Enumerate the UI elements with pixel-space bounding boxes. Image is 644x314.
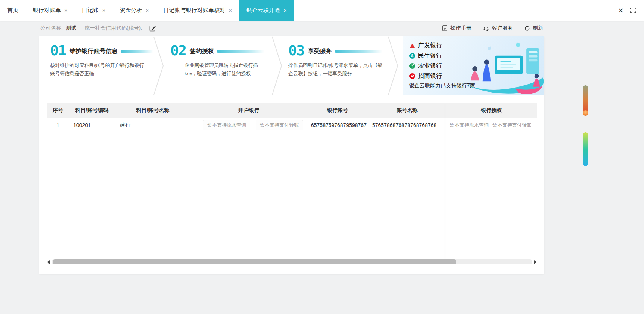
refresh-icon [524, 25, 530, 32]
minsheng-bank-icon: $ [409, 53, 415, 59]
agricultural-bank-icon [409, 63, 415, 69]
company-name-label: 公司名称: [40, 25, 63, 32]
tabbar-window-controls: × [611, 0, 644, 21]
chevron-separator-icon [388, 36, 399, 95]
tab-close-icon[interactable]: × [64, 8, 68, 13]
company-info: 公司名称: 测试 统一社会信用代码(税号): [40, 24, 156, 32]
guangfa-bank-icon [409, 42, 415, 49]
cmb-bank-icon [409, 73, 415, 79]
fullscreen-icon[interactable] [630, 7, 636, 14]
title-underline-swoosh [335, 50, 382, 53]
cell-index: 1 [47, 122, 69, 128]
tab-close-icon[interactable]: × [146, 8, 149, 13]
table-row[interactable]: 1 100201 建行 暂不支持流水查询 暂不支持支付转账 6575875976… [47, 118, 537, 133]
horizontal-scrollbar[interactable] [47, 259, 537, 265]
bank-item-agricultural: 农业银行 [409, 61, 442, 71]
step-number: 02 [170, 44, 186, 57]
scrollbar-thumb[interactable] [53, 259, 456, 264]
cell-bank-auth: 暂不支持流水查询 暂不支持支付转账 [446, 122, 537, 129]
col-header-bank-auth: 银行授权 [446, 107, 537, 114]
gradient-indicator-teal [583, 132, 588, 166]
col-header-account-code: 科目/账号编码 [69, 107, 115, 114]
svg-text:$: $ [411, 54, 414, 58]
page-toolbar: 公司名称: 测试 统一社会信用代码(税号): 操作手册 [0, 21, 644, 36]
document-icon [442, 25, 448, 32]
manual-label: 操作手册 [450, 25, 471, 32]
auth-status-flow: 暂不支持流水查询 [450, 122, 489, 129]
edit-icon[interactable] [149, 24, 156, 32]
manual-button[interactable]: 操作手册 [442, 25, 471, 32]
gradient-indicator-orange [583, 85, 588, 112]
step-description: 操作员回到日记账/账号流水菜单，点击【银企云联】按钮，一键享受服务 [288, 61, 384, 78]
bank-item-minsheng: $ 民生银行 [409, 51, 442, 61]
step-title: 维护银行账号信息 [70, 48, 118, 54]
step-sign-authorize: 02 签约授权 企业网银管理员跳转去指定银行插key，验证密码，进行签约授权 [170, 44, 268, 78]
company-name-value: 测试 [66, 25, 76, 32]
bank-list: 广发银行 $ 民生银行 农业银行 [409, 41, 442, 81]
table-header-row: 序号 科目/账号编码 科目/账号名称 开户银行 银行账号 账号名称 银行授权 [47, 103, 537, 118]
auth-status-payment: 暂不支持支付转账 [492, 122, 532, 129]
step-number: 01 [50, 44, 66, 57]
tab-label: 首页 [7, 7, 18, 14]
step-description: 核对维护的对应科目/账号的开户银行和银行账号等信息是否正确 [50, 61, 145, 78]
tab-label: 日记账 [82, 7, 99, 14]
refresh-label: 刷新 [533, 25, 543, 32]
cell-account-name: 建行 [115, 122, 191, 129]
window-close-icon[interactable]: × [618, 6, 623, 15]
tab-journal-bank-reconcile[interactable]: 日记账与银行对账单核对 × [156, 0, 239, 21]
tab-label: 银企云联开通 [246, 7, 280, 14]
cell-account-title: 5765786876878768768768 [368, 122, 446, 128]
cell-account-code: 100201 [69, 122, 115, 128]
tab-label: 日记账与银行对账单核对 [163, 7, 225, 14]
chevron-separator-icon [153, 36, 164, 95]
bank-name: 广发银行 [418, 42, 442, 50]
headset-icon [483, 25, 489, 32]
main-card: 01 维护银行账号信息 核对维护的对应科目/账号的开户银行和银行账号等信息是否正… [39, 36, 544, 274]
gradient-indicator-orange-dot [583, 110, 588, 116]
bank-item-guangfa: 广发银行 [409, 41, 442, 51]
scroll-left-arrow-icon[interactable] [47, 260, 50, 264]
customer-service-button[interactable]: 客户服务 [483, 25, 513, 32]
tab-bank-cloud-link[interactable]: 银企云联开通 × [239, 0, 294, 21]
accounts-table: 序号 科目/账号编码 科目/账号名称 开户银行 银行账号 账号名称 银行授权 1… [47, 103, 537, 133]
title-underline-swoosh [121, 50, 153, 53]
tab-home[interactable]: 首页 [0, 0, 26, 21]
refresh-button[interactable]: 刷新 [524, 25, 543, 32]
bank-name: 招商银行 [418, 72, 442, 80]
scrollbar-track[interactable] [52, 259, 532, 264]
cell-bank-account: 6575875976879598767 [306, 122, 368, 128]
cell-opening-bank: 暂不支持流水查询 暂不支持支付转账 [191, 120, 306, 130]
tab-close-icon[interactable]: × [102, 8, 106, 13]
onboarding-steps: 01 维护银行账号信息 核对维护的对应科目/账号的开户银行和银行账号等信息是否正… [39, 36, 403, 95]
tab-close-icon[interactable]: × [229, 8, 232, 13]
scroll-right-arrow-icon[interactable] [534, 260, 537, 264]
col-header-account-title: 账号名称 [368, 107, 446, 114]
status-badge-no-payment: 暂不支持支付转账 [256, 120, 303, 130]
col-header-bank-account: 银行账号 [306, 107, 368, 114]
bank-name: 民生银行 [418, 52, 442, 60]
supported-banks-panel: 广发银行 $ 民生银行 农业银行 [403, 36, 544, 95]
bank-item-cmb: 招商银行 [409, 71, 442, 81]
step-title: 享受服务 [308, 48, 332, 54]
tab-label: 银行对账单 [33, 7, 61, 14]
tab-close-icon[interactable]: × [283, 8, 287, 13]
status-badge-no-flow-query: 暂不支持流水查询 [203, 120, 250, 130]
tab-label: 资金分析 [120, 7, 142, 14]
bank-name: 农业银行 [418, 62, 442, 70]
toolbar-actions: 操作手册 客户服务 刷新 [442, 25, 543, 32]
tab-journal[interactable]: 日记账 × [75, 0, 113, 21]
tab-bank-statement[interactable]: 银行对账单 × [26, 0, 75, 21]
col-header-account-name: 科目/账号名称 [115, 107, 191, 114]
step-title: 签约授权 [190, 48, 214, 54]
chevron-separator-icon [271, 36, 283, 95]
tax-code-label: 统一社会信用代码(税号): [85, 25, 142, 32]
fixed-column-divider [446, 103, 446, 259]
step-enjoy-service: 03 享受服务 操作员回到日记账/账号流水菜单，点击【银企云联】按钮，一键享受服… [288, 44, 384, 78]
tab-bar: 首页 银行对账单 × 日记账 × 资金分析 × 日记账与银行对账单核对 × 银企… [0, 0, 644, 21]
tab-fund-analysis[interactable]: 资金分析 × [113, 0, 156, 21]
supported-banks-summary: 银企云联能力已支持银行7家 [409, 82, 475, 89]
col-header-opening-bank: 开户银行 [191, 107, 306, 114]
step-maintain-account: 01 维护银行账号信息 核对维护的对应科目/账号的开户银行和银行账号等信息是否正… [50, 44, 145, 78]
app-screen: 首页 银行对账单 × 日记账 × 资金分析 × 日记账与银行对账单核对 × 银企… [0, 0, 644, 314]
step-description: 企业网银管理员跳转去指定银行插key，验证密码，进行签约授权 [185, 61, 268, 78]
